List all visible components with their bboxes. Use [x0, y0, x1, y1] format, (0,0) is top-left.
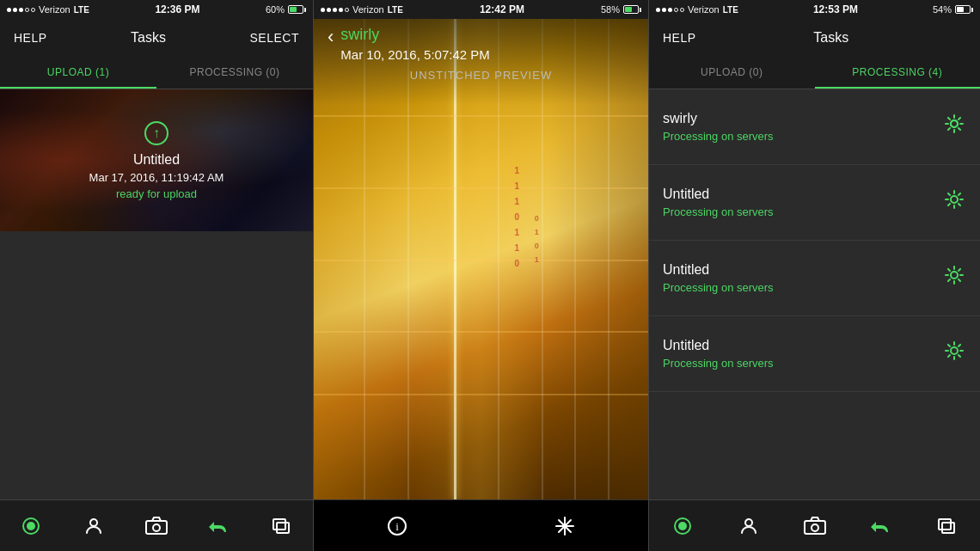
- right-help-button[interactable]: HELP: [663, 31, 696, 45]
- center-status-right: 58%: [601, 4, 641, 15]
- svg-point-13: [951, 347, 958, 354]
- left-nav-title: Tasks: [131, 30, 166, 46]
- svg-point-10: [951, 120, 958, 127]
- center-signal-dot-3: [333, 8, 337, 12]
- right-toolbar-layers-icon[interactable]: [930, 509, 965, 543]
- right-tab-upload[interactable]: UPLOAD (0): [649, 57, 815, 89]
- svg-rect-19: [939, 519, 951, 530]
- processing-item-3-title: Untitled: [663, 338, 774, 353]
- center-signal-dot-5: [345, 8, 349, 12]
- right-status-right: 54%: [933, 4, 973, 15]
- center-preview-label: UNSTITCHED PREVIEW: [328, 69, 634, 82]
- center-item-name: swirly: [340, 26, 489, 44]
- left-tab-upload[interactable]: UPLOAD (1): [0, 57, 156, 89]
- center-phone-panel: Verizon LTE 12:42 PM 58%: [314, 0, 649, 551]
- left-tab-processing[interactable]: PROCESSING (0): [156, 57, 313, 89]
- left-time: 12:36 PM: [155, 3, 199, 15]
- gear-icon-1[interactable]: [942, 187, 966, 217]
- right-network-label: LTE: [723, 5, 738, 15]
- right-battery-icon: [955, 5, 973, 14]
- right-phone-panel: Verizon LTE 12:53 PM 54% HELP Tasks UPLO…: [649, 0, 980, 551]
- center-item-date: Mar 10, 2016, 5:07:42 PM: [340, 47, 489, 62]
- processing-item-0-status: Processing on servers: [663, 130, 774, 143]
- left-select-button[interactable]: SELECT: [250, 31, 299, 45]
- signal-dot-4: [25, 8, 29, 12]
- center-battery-icon: [623, 5, 641, 14]
- left-toolbar-camera-icon[interactable]: [139, 509, 174, 543]
- processing-item-3[interactable]: Untitled Processing on servers: [649, 316, 980, 392]
- left-nav-bar: HELP Tasks SELECT: [0, 19, 313, 57]
- left-bottom-toolbar: [0, 499, 313, 551]
- left-status-left: Verizon LTE: [7, 4, 89, 15]
- svg-point-4: [153, 524, 160, 531]
- signal-dot-3: [19, 8, 23, 12]
- center-image-area: 1110110 0101 ‹ swirly Mar 10, 2016, 5:07…: [314, 19, 648, 499]
- left-toolbar-record-icon[interactable]: [14, 509, 48, 543]
- left-content-area: ↑ Untitled Mar 17, 2016, 11:19:42 AM rea…: [0, 89, 313, 499]
- right-signal-dot-4: [674, 8, 678, 12]
- upload-item-title: Untitled: [133, 152, 180, 168]
- right-time: 12:53 PM: [813, 3, 858, 15]
- left-help-button[interactable]: HELP: [14, 31, 47, 45]
- left-toolbar-profile-icon[interactable]: [77, 509, 111, 543]
- right-status-left: Verizon LTE: [656, 4, 738, 15]
- gear-icon-2[interactable]: [942, 263, 966, 293]
- processing-item-0-text: swirly Processing on servers: [663, 111, 774, 143]
- right-battery-pct: 54%: [933, 4, 952, 15]
- processing-item-2-title: Untitled: [663, 262, 774, 278]
- center-signal-dot-4: [339, 8, 343, 12]
- right-toolbar-profile-icon[interactable]: [732, 509, 766, 543]
- processing-item-2-status: Processing on servers: [663, 281, 774, 294]
- upload-icon: ↑: [144, 121, 168, 145]
- left-toolbar-layers-icon[interactable]: [265, 509, 299, 543]
- processing-item-3-status: Processing on servers: [663, 357, 774, 370]
- processing-item-1-title: Untitled: [663, 187, 774, 202]
- center-signal-dots: [321, 8, 349, 12]
- gear-icon-0[interactable]: [942, 112, 966, 142]
- center-toolbar-move-icon[interactable]: [548, 509, 582, 543]
- right-bottom-toolbar: [649, 499, 980, 551]
- gear-icon-3[interactable]: [942, 339, 966, 369]
- back-arrow-icon[interactable]: ‹: [328, 26, 334, 48]
- upload-item-date: Mar 17, 2016, 11:19:42 AM: [89, 171, 224, 184]
- left-battery-icon: [288, 5, 306, 14]
- processing-item-0-title: swirly: [663, 111, 774, 126]
- signal-dots: [7, 8, 35, 12]
- right-nav-bar: HELP Tasks: [649, 19, 980, 57]
- processing-item-0[interactable]: swirly Processing on servers: [649, 89, 980, 165]
- right-toolbar-record-icon[interactable]: [665, 509, 700, 543]
- center-toolbar-info-icon[interactable]: i: [380, 509, 414, 543]
- right-toolbar-camera-icon[interactable]: [798, 509, 832, 543]
- processing-list: swirly Processing on servers Untitled Pr…: [649, 89, 980, 499]
- upload-item-text: ↑ Untitled Mar 17, 2016, 11:19:42 AM rea…: [0, 89, 313, 231]
- right-signal-dot-1: [656, 8, 660, 12]
- upload-item[interactable]: ↑ Untitled Mar 17, 2016, 11:19:42 AM rea…: [0, 89, 313, 231]
- center-signal-dot-2: [327, 8, 331, 12]
- signal-dot-5: [31, 8, 35, 12]
- svg-rect-5: [273, 519, 285, 530]
- right-tab-processing[interactable]: PROCESSING (4): [815, 57, 981, 89]
- left-status-right: 60%: [266, 4, 306, 15]
- svg-point-12: [951, 272, 958, 279]
- center-network-label: LTE: [388, 5, 403, 15]
- center-time: 12:42 PM: [480, 3, 524, 15]
- right-carrier-label: Verizon: [688, 4, 720, 15]
- svg-point-16: [745, 519, 752, 526]
- signal-dot-1: [7, 8, 11, 12]
- svg-text:i: i: [395, 520, 399, 533]
- svg-point-11: [951, 196, 958, 203]
- svg-point-1: [27, 522, 35, 530]
- processing-item-1[interactable]: Untitled Processing on servers: [649, 165, 980, 241]
- center-top-row: ‹ swirly Mar 10, 2016, 5:07:42 PM: [328, 26, 634, 62]
- right-tab-bar: UPLOAD (0) PROCESSING (4): [649, 57, 980, 89]
- center-status-bar: Verizon LTE 12:42 PM 58%: [314, 0, 648, 19]
- right-nav-title: Tasks: [813, 30, 848, 46]
- network-label: LTE: [74, 5, 89, 15]
- left-toolbar-reply-icon[interactable]: [202, 509, 236, 543]
- right-signal-dot-2: [662, 8, 666, 12]
- right-toolbar-reply-icon[interactable]: [864, 509, 898, 543]
- processing-item-1-status: Processing on servers: [663, 205, 774, 218]
- signal-dot-2: [13, 8, 17, 12]
- processing-item-2[interactable]: Untitled Processing on servers: [649, 241, 980, 316]
- carrier-label: Verizon: [39, 4, 70, 15]
